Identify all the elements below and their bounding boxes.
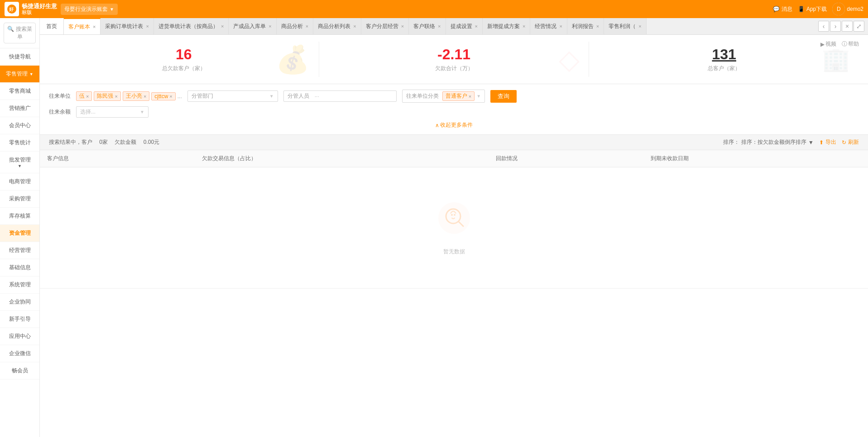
video-label: 视频 (825, 40, 836, 48)
sidebar: 🔍 搜索菜单 快捷导航 零售管理 ▼ 零售商城 营销推广 会员中心 零售统计 (0, 18, 40, 437)
tab-profit-report[interactable]: 利润报告 × (567, 18, 604, 34)
unit-tag-wang-close[interactable]: × (144, 94, 146, 99)
staff-filter-select[interactable]: 分管人员 ··· (283, 90, 397, 102)
sidebar-item-quick-nav[interactable]: 快捷导航 (0, 48, 39, 66)
collapse-label: 收起更多条件 (440, 121, 473, 129)
tab-product-analysis[interactable]: 商品分析 × (277, 18, 313, 34)
sidebar-item-app-center[interactable]: 应用中心 (0, 328, 39, 345)
tab-home[interactable]: 首页 (40, 18, 64, 34)
collapse-btn[interactable]: ∧ 收起更多条件 (49, 121, 859, 129)
search-icon: 🔍 (7, 26, 14, 32)
unit-category-filter-select[interactable]: 往来单位分类 普通客户 × ▼ (402, 90, 485, 103)
dept-filter-select[interactable]: 分管部门 ▼ (187, 90, 278, 102)
video-button[interactable]: ▶ 视频 (820, 40, 836, 48)
sidebar-purchase-mgmt-label: 采购管理 (9, 195, 31, 202)
stat-total-debt-customers: 💰 16 总欠款客户（家） (49, 42, 319, 77)
unit-tag-cjttcw[interactable]: cjttcw × (151, 92, 175, 100)
sidebar-basic-info-label: 基础信息 (9, 264, 31, 271)
tab-expand-button[interactable]: ⤢ (854, 21, 864, 32)
sidebar-item-wholesale-mgmt[interactable]: 批发管理 ▼ (0, 152, 39, 173)
sidebar-item-beginner-guide[interactable]: 新手引导 (0, 311, 39, 328)
unit-tag-wang[interactable]: 王小亮 × (123, 91, 149, 101)
search-menu-button[interactable]: 🔍 搜索菜单 (4, 23, 36, 43)
sidebar-item-finance-mgmt[interactable]: 资金管理 (0, 225, 39, 242)
user-menu-button[interactable]: D demo2 (832, 3, 863, 15)
tab-bar-wrapper: 首页 客户账本 × 采购订单统计表 × 进货单统计表（按商品） × (40, 18, 868, 35)
tab-product-list-close[interactable]: × (353, 24, 356, 29)
tab-customer-strat-close[interactable]: × (401, 24, 404, 29)
tab-purchase-close[interactable]: × (146, 24, 149, 29)
tab-retail-profit[interactable]: 零售利润（ × (604, 18, 646, 34)
sidebar-item-retail-mall[interactable]: 零售商城 (0, 83, 39, 100)
tab-inbound-stats[interactable]: 进货单统计表（按商品） × (154, 18, 229, 34)
export-icon: ⬆ (819, 139, 824, 146)
sidebar-item-enterprise-collab[interactable]: 企业协同 (0, 294, 39, 311)
tab-inbound-close[interactable]: × (221, 24, 224, 29)
unit-tag-wu-label: 伍 (79, 92, 85, 100)
message-button[interactable]: 💬 消息 (773, 5, 792, 13)
tab-finished-goods[interactable]: 产成品入库单 × (229, 18, 276, 34)
tab-add-commission-close[interactable]: × (523, 24, 525, 29)
tab-finished-close[interactable]: × (269, 24, 271, 29)
stat-total-customers: 🏢 131 总客户（家） (589, 42, 859, 77)
org-selector[interactable]: 母婴行业演示账套 ▼ (61, 4, 118, 15)
tab-customer-ledger-close[interactable]: × (93, 24, 96, 29)
tab-commission-close[interactable]: × (475, 24, 478, 29)
sidebar-item-retail-mgmt[interactable]: 零售管理 ▼ (0, 66, 39, 83)
sidebar-item-enterprise-wechat[interactable]: 企业微信 (0, 345, 39, 362)
tab-home-label: 首页 (46, 23, 57, 30)
tab-commission-settings[interactable]: 提成设置 × (446, 18, 483, 34)
unit-tag-wu-close[interactable]: × (86, 94, 89, 99)
sidebar-item-chang-member[interactable]: 畅会员 (0, 362, 39, 380)
sort-button[interactable]: 排序： 排序：按欠款金额倒序排序 ▼ (723, 138, 814, 146)
filter-bar: 往来单位 伍 × 陈民强 × 王小亮 × (40, 84, 868, 135)
sort-chevron-down-icon: ▼ (808, 139, 814, 146)
tab-operations-close[interactable]: × (559, 24, 562, 29)
sidebar-item-retail-stats[interactable]: 零售统计 (0, 134, 39, 152)
tab-profit-report-label: 利润报告 (572, 23, 594, 30)
unit-category-tag[interactable]: 普通客户 × (442, 91, 475, 101)
sidebar-item-operations[interactable]: 经营管理 (0, 242, 39, 259)
sidebar-system-mgmt-label: 系统管理 (9, 281, 31, 288)
tab-next-button[interactable]: › (830, 21, 841, 32)
tab-customer-contact[interactable]: 客户联络 × (409, 18, 446, 34)
app-download-label: App下载 (806, 5, 827, 13)
export-button[interactable]: ⬆ 导出 (819, 138, 836, 146)
tab-product-close[interactable]: × (306, 24, 308, 29)
sidebar-item-purchase-mgmt[interactable]: 采购管理 (0, 190, 39, 208)
tab-retail-profit-close[interactable]: × (638, 24, 641, 29)
logo-area: 好 畅捷通好生意 标版 (5, 2, 57, 16)
app-download-button[interactable]: 📱 App下载 (798, 5, 827, 13)
unit-tag-chen[interactable]: 陈民强 × (94, 91, 120, 101)
refresh-button[interactable]: ↻ 刷新 (842, 138, 859, 146)
sidebar-ecommerce-mgmt-label: 电商管理 (9, 178, 31, 185)
tab-profit-report-close[interactable]: × (596, 24, 599, 29)
sidebar-item-marketing[interactable]: 营销推广 (0, 100, 39, 117)
unit-tag-cjttcw-close[interactable]: × (169, 94, 172, 99)
unit-category-tag-close[interactable]: × (469, 94, 471, 99)
unit-tags-more[interactable]: ... (177, 93, 182, 100)
help-button[interactable]: ⓘ 帮助 (842, 40, 859, 48)
sidebar-item-basic-info[interactable]: 基础信息 (0, 259, 39, 276)
sidebar-item-membership[interactable]: 会员中心 (0, 117, 39, 134)
tab-customer-stratification[interactable]: 客户分层经营 × (361, 18, 409, 34)
sidebar-retail-stats-label: 零售统计 (9, 139, 31, 146)
balance-filter-select[interactable]: 选择... ▼ (76, 106, 149, 118)
sidebar-item-ecommerce-mgmt[interactable]: 电商管理 (0, 173, 39, 190)
sidebar-item-inventory[interactable]: 库存核算 (0, 208, 39, 225)
tab-operations-status[interactable]: 经营情况 × (530, 18, 567, 34)
query-button[interactable]: 查询 (490, 90, 517, 103)
tab-customer-ledger[interactable]: 客户账本 × (64, 18, 101, 34)
tab-prev-button[interactable]: ‹ (818, 21, 829, 32)
sidebar-marketing-label: 营销推广 (9, 105, 31, 111)
tab-product-analysis-list[interactable]: 商品分析列表 × (313, 18, 361, 34)
sidebar-item-system-mgmt[interactable]: 系统管理 (0, 276, 39, 294)
unit-tag-chen-close[interactable]: × (115, 94, 117, 99)
tab-purchase-order-stats[interactable]: 采购订单统计表 × (101, 18, 153, 34)
user-name-label: demo2 (847, 6, 863, 12)
col-due-date-label: 到期未收款日期 (651, 155, 689, 162)
tab-close-all-button[interactable]: × (842, 21, 853, 32)
unit-tag-wu[interactable]: 伍 × (76, 91, 92, 101)
tab-add-commission-plan[interactable]: 新增提成方案 × (483, 18, 530, 34)
tab-customer-contact-close[interactable]: × (438, 24, 441, 29)
